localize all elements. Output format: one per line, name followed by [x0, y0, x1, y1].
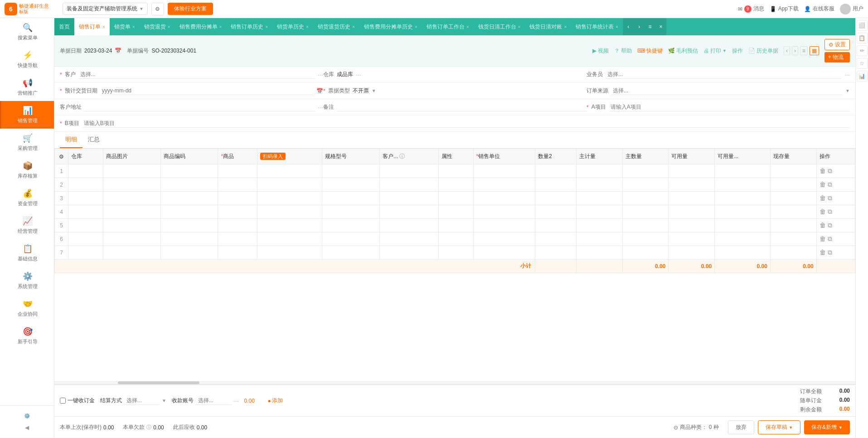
online-service-btn[interactable]: 👤 在线客服 [804, 5, 834, 13]
profit-btn[interactable]: 🌿 毛利预估 [668, 47, 698, 55]
col-unit[interactable]: *销售单位 [473, 149, 535, 164]
calendar2-icon[interactable]: 📅 [316, 88, 323, 94]
tab-sales-return[interactable]: 销货退货 × [140, 18, 175, 35]
close-icon[interactable]: × [132, 24, 135, 29]
tab-order-workbench[interactable]: 销售订单工作台 × [422, 18, 474, 35]
sidebar-collapse-btn[interactable]: ◀ [0, 422, 54, 433]
close-icon[interactable]: × [102, 24, 105, 29]
close-icon[interactable]: × [219, 24, 222, 29]
sidebar-item-sales[interactable]: 📊 销售管理 [0, 101, 54, 129]
delete-icon[interactable]: 🗑 [820, 194, 826, 202]
col-goods[interactable]: *商品 [218, 149, 257, 164]
draft-arrow-icon[interactable]: ▼ [789, 425, 793, 430]
right-panel-btn-5[interactable]: 📊 [857, 71, 868, 82]
col-image[interactable]: 商品图片 [103, 149, 160, 164]
copy-icon[interactable]: ⧉ [828, 194, 832, 202]
col-current[interactable]: 现存量 [770, 149, 816, 164]
col-warehouse[interactable]: 仓库 [68, 149, 103, 164]
tab-order-stats[interactable]: 销售订单统计表 × [571, 18, 623, 35]
customer-addr-input[interactable] [84, 103, 315, 111]
tab-detail[interactable]: 明细 [60, 132, 82, 148]
col-main-qty[interactable]: 主数量 [622, 149, 669, 164]
user-btn[interactable]: 用户 [840, 4, 863, 14]
tab-close-btn[interactable]: × [655, 18, 666, 35]
view-btn[interactable]: ▶ 视频 [592, 47, 609, 55]
tab-summary[interactable]: 汇总 [82, 132, 105, 148]
sidebar-item-system[interactable]: ⚙️ 系统管理 [0, 267, 54, 294]
sidebar-item-marketing[interactable]: 📢 营销推广 [0, 73, 54, 101]
close-icon[interactable]: × [518, 24, 521, 29]
help-btn[interactable]: ？ 帮助 [614, 47, 632, 55]
sidebar-item-inventory[interactable]: 📦 库存核算 [0, 156, 54, 184]
print-btn[interactable]: 🖨 打印 ▼ [703, 47, 727, 55]
col-available2[interactable]: 可用量... [715, 149, 771, 164]
calendar-icon[interactable]: 📅 [115, 48, 121, 54]
close-icon[interactable]: × [616, 24, 618, 29]
right-panel-btn-4[interactable]: ☆ [857, 58, 868, 69]
close-icon[interactable]: × [564, 24, 567, 29]
save-arrow-icon[interactable]: ▼ [839, 425, 843, 430]
salesperson-input[interactable] [606, 70, 842, 79]
tab-goods-history[interactable]: 销货单历史 × [272, 18, 313, 35]
tab-order-history[interactable]: 销售订单历史 × [226, 18, 272, 35]
source-arrow-icon[interactable]: ▼ [845, 88, 850, 93]
delete-icon[interactable]: 🗑 [820, 181, 826, 188]
col-settings[interactable]: ⚙ [55, 149, 68, 164]
copy-icon[interactable]: ⧉ [828, 167, 832, 175]
close-icon[interactable]: × [466, 24, 469, 29]
scroll-thumb[interactable] [118, 381, 199, 384]
sidebar-item-quick-nav[interactable]: ⚡ 快捷导航 [0, 46, 54, 73]
close-icon[interactable]: × [306, 24, 309, 29]
delete-icon[interactable]: 🗑 [820, 221, 826, 229]
tab-next-btn[interactable]: › [634, 18, 645, 35]
settings-panel-btn[interactable]: ⚙ 设置 [824, 39, 850, 50]
customer-input[interactable] [78, 70, 315, 79]
sidebar-item-basic[interactable]: 📋 基础信息 [0, 239, 54, 267]
history-btn[interactable]: 📄 历史单据 [748, 47, 778, 55]
customer-dots-icon[interactable]: ··· [318, 71, 323, 78]
one-click-checkbox[interactable]: 一键收订金 [60, 397, 95, 404]
col-available[interactable]: 可用量 [669, 149, 715, 164]
tab-cash-workbench[interactable]: 钱货日清工作台 × [474, 18, 525, 35]
nav-prev-icon[interactable]: ‹ [784, 46, 790, 55]
delete-icon[interactable]: 🗑 [820, 235, 826, 243]
copy-icon[interactable]: ⧉ [828, 249, 832, 256]
list-view-icon[interactable]: ≡ [800, 46, 808, 55]
sidebar-item-search[interactable]: 🔍 搜索菜单 [0, 18, 54, 46]
copy-icon[interactable]: ⧉ [828, 221, 832, 229]
message-btn[interactable]: ✉ 9 消息 [738, 5, 764, 13]
one-click-input[interactable] [60, 398, 66, 404]
tab-menu-btn[interactable]: ≡ [645, 18, 655, 35]
tab-prev-btn[interactable]: ‹ [623, 18, 634, 35]
sidebar-item-operation[interactable]: 📈 经营管理 [0, 212, 54, 239]
save-new-button[interactable]: 保存&新增 ▼ [804, 420, 850, 434]
col-scan[interactable]: 扫码录入 [257, 149, 322, 164]
settings-icon[interactable]: ⚙ [151, 3, 164, 15]
system-selector[interactable]: 装备及固定资产辅助管理系统 ▼ [63, 3, 148, 15]
sidebar-item-finance[interactable]: 💰 资金管理 [0, 184, 54, 212]
tab-sales-order[interactable]: 销售订单 × [74, 18, 110, 35]
right-panel-btn-3[interactable]: ✏ [857, 45, 868, 56]
copy-icon[interactable]: ⧉ [828, 235, 832, 243]
operate-btn[interactable]: 操作 [732, 47, 743, 55]
discard-button[interactable]: 放弃 [728, 420, 754, 434]
add-record-btn[interactable]: ● 添加 [268, 397, 283, 404]
shortcut-btn[interactable]: ⌨ 快捷键 [637, 47, 663, 55]
expected-date-input[interactable] [100, 87, 314, 95]
col-customer-code[interactable]: 客户... ⓘ [380, 149, 439, 164]
grid-view-icon[interactable]: ▦ [810, 46, 819, 55]
settlement-input[interactable] [124, 396, 160, 405]
account-dots-icon[interactable]: ··· [233, 397, 239, 404]
save-draft-button[interactable]: 保存草稿 ▼ [758, 420, 800, 434]
scan-button[interactable]: 扫码录入 [260, 153, 286, 160]
a-project-input[interactable] [609, 103, 850, 111]
right-panel-btn-2[interactable]: 📋 [857, 33, 868, 43]
add-logistics-btn[interactable]: + 物流 [824, 52, 850, 63]
tab-cash-reconcile[interactable]: 钱货日清对账 × [525, 18, 571, 35]
account-input[interactable] [195, 396, 232, 405]
sidebar-item-newbie[interactable]: 🎯 新手引导 [0, 322, 54, 350]
tab-expense-history[interactable]: 销售费用分摊单历史 × [359, 18, 422, 35]
salesperson-dots-icon[interactable]: ··· [844, 71, 850, 78]
tab-sales-expense[interactable]: 销售费用分摊单 × [175, 18, 227, 35]
close-icon[interactable]: × [265, 24, 268, 29]
